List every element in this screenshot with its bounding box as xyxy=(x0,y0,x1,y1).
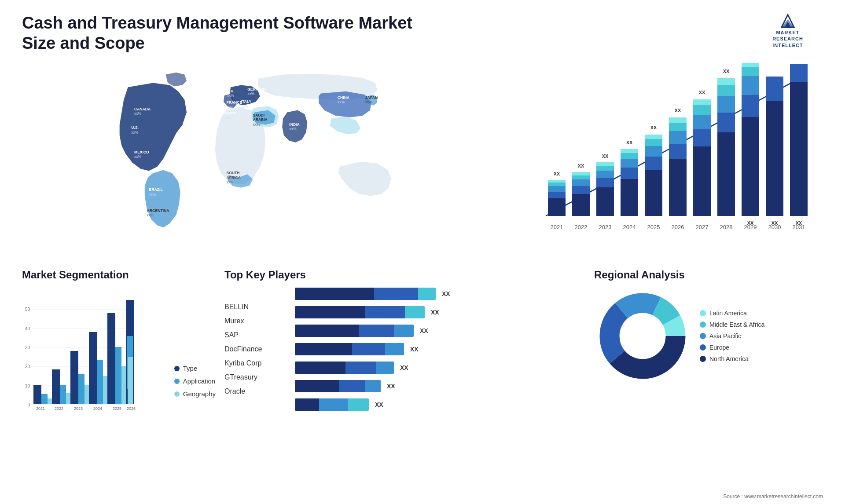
svg-rect-92 xyxy=(790,82,808,216)
svg-text:U.K.: U.K. xyxy=(227,89,234,93)
player-docfinance: DocFinance xyxy=(224,345,282,353)
svg-text:xx%: xx% xyxy=(134,111,142,116)
logo-text: MARKET RESEARCH INTELLECT xyxy=(772,29,803,48)
source-text: Source : www.marketresearchintellect.com xyxy=(723,493,823,500)
segmentation-section: Market Segmentation 0 10 20 30 40 50 xyxy=(22,269,216,427)
svg-rect-73 xyxy=(693,146,711,216)
player-bar-label-bellin: XX xyxy=(442,290,450,297)
svg-text:XX: XX xyxy=(772,220,778,226)
player-bar-sap: XX xyxy=(295,325,585,337)
svg-text:30: 30 xyxy=(25,345,30,350)
player-bar-label-sap: XX xyxy=(420,327,428,334)
regional-title: Regional Analysis xyxy=(594,269,823,281)
svg-rect-129 xyxy=(89,332,97,404)
legend-application-dot xyxy=(174,379,180,384)
svg-text:2022: 2022 xyxy=(55,406,63,411)
svg-rect-51 xyxy=(596,171,614,178)
svg-rect-61 xyxy=(645,170,662,216)
svg-rect-132 xyxy=(107,313,115,404)
legend-type-dot xyxy=(174,366,180,371)
svg-text:ARGENTINA: ARGENTINA xyxy=(147,208,169,213)
svg-rect-133 xyxy=(115,347,121,404)
svg-text:FRANCE: FRANCE xyxy=(227,100,242,105)
svg-rect-90 xyxy=(766,101,783,216)
svg-rect-74 xyxy=(693,129,711,146)
svg-text:SAUDI: SAUDI xyxy=(253,113,265,117)
svg-text:SOUTH: SOUTH xyxy=(227,171,240,175)
svg-rect-71 xyxy=(669,117,687,123)
svg-rect-55 xyxy=(621,179,638,216)
regional-legend: Latin America Middle East & Africa Asia … xyxy=(700,310,764,362)
svg-text:XX: XX xyxy=(578,163,584,168)
svg-text:xx%: xx% xyxy=(227,105,234,110)
svg-rect-139 xyxy=(126,300,134,336)
map-container: CANADA xx% U.S. xx% MEXICO xx% BRAZIL xx… xyxy=(22,62,511,238)
reg-legend-asia-pacific: Asia Pacific xyxy=(700,332,764,340)
svg-text:XX: XX xyxy=(796,220,802,226)
player-bar-label-murex: XX xyxy=(431,309,439,316)
svg-text:XX: XX xyxy=(602,153,609,159)
svg-rect-85 xyxy=(742,117,759,216)
svg-rect-46 xyxy=(572,175,590,179)
svg-text:2025: 2025 xyxy=(647,224,660,230)
page-container: Cash and Treasury Management Software Ma… xyxy=(0,0,845,504)
svg-text:XX: XX xyxy=(699,90,705,95)
svg-rect-123 xyxy=(52,369,60,404)
svg-text:2022: 2022 xyxy=(575,224,588,230)
legend-geography-dot xyxy=(174,391,180,397)
reg-legend-north-america: North America xyxy=(700,355,764,362)
svg-rect-40 xyxy=(548,183,566,186)
svg-rect-87 xyxy=(742,76,759,95)
svg-text:BRAZIL: BRAZIL xyxy=(149,188,162,192)
svg-text:40: 40 xyxy=(25,326,30,331)
players-list: BELLIN Murex SAP DocFinance Kyriba Corp … xyxy=(224,288,282,411)
svg-rect-89 xyxy=(742,63,759,67)
segmentation-legend: Type Application Geography xyxy=(174,365,216,411)
players-section: Top Key Players BELLIN Murex SAP DocFina… xyxy=(224,269,585,427)
player-kyriba: Kyriba Corp xyxy=(224,359,282,367)
page-title: Cash and Treasury Management Software Ma… xyxy=(22,13,418,53)
reg-dot-europe xyxy=(700,344,706,351)
svg-point-154 xyxy=(621,314,665,358)
svg-text:10: 10 xyxy=(25,383,30,388)
legend-type: Type xyxy=(174,365,216,372)
svg-rect-75 xyxy=(693,115,711,129)
svg-rect-56 xyxy=(621,168,638,179)
header: Cash and Treasury Management Software Ma… xyxy=(22,13,823,53)
svg-rect-41 xyxy=(548,180,566,183)
reg-dot-mideast xyxy=(700,321,706,328)
reg-legend-europe: Europe xyxy=(700,344,764,351)
player-bar-docfinance: XX xyxy=(295,343,585,355)
donut-svg xyxy=(594,288,691,384)
svg-text:xx%: xx% xyxy=(241,104,249,109)
player-bar-gtreasury: XX xyxy=(295,380,585,392)
player-gtreasury: GTreasury xyxy=(224,373,282,381)
svg-rect-77 xyxy=(693,99,711,105)
svg-rect-130 xyxy=(97,360,103,404)
regional-container: Latin America Middle East & Africa Asia … xyxy=(594,288,823,384)
svg-text:xx%: xx% xyxy=(134,154,142,159)
svg-text:xx%: xx% xyxy=(147,213,154,218)
svg-text:XX: XX xyxy=(723,69,730,74)
svg-text:2027: 2027 xyxy=(696,224,709,230)
svg-rect-81 xyxy=(717,96,735,113)
svg-rect-86 xyxy=(742,95,759,117)
bottom-row: Market Segmentation 0 10 20 30 40 50 xyxy=(22,269,823,427)
svg-text:GERMANY: GERMANY xyxy=(247,87,267,91)
segmentation-title: Market Segmentation xyxy=(22,269,216,281)
svg-rect-39 xyxy=(548,186,566,192)
svg-text:2026: 2026 xyxy=(127,406,136,411)
svg-rect-59 xyxy=(621,149,638,153)
svg-rect-63 xyxy=(645,146,662,157)
svg-rect-67 xyxy=(669,159,687,216)
svg-rect-69 xyxy=(669,131,687,144)
player-bellin: BELLIN xyxy=(224,303,282,311)
svg-rect-47 xyxy=(572,172,590,175)
svg-rect-83 xyxy=(717,78,735,85)
bar-chart-section: XX XX XX XX xyxy=(524,62,823,256)
svg-text:2025: 2025 xyxy=(113,406,121,411)
reg-legend-middle-east: Middle East & Africa xyxy=(700,321,764,328)
svg-rect-76 xyxy=(693,105,711,115)
svg-text:XX: XX xyxy=(675,108,681,113)
svg-rect-58 xyxy=(621,153,638,159)
